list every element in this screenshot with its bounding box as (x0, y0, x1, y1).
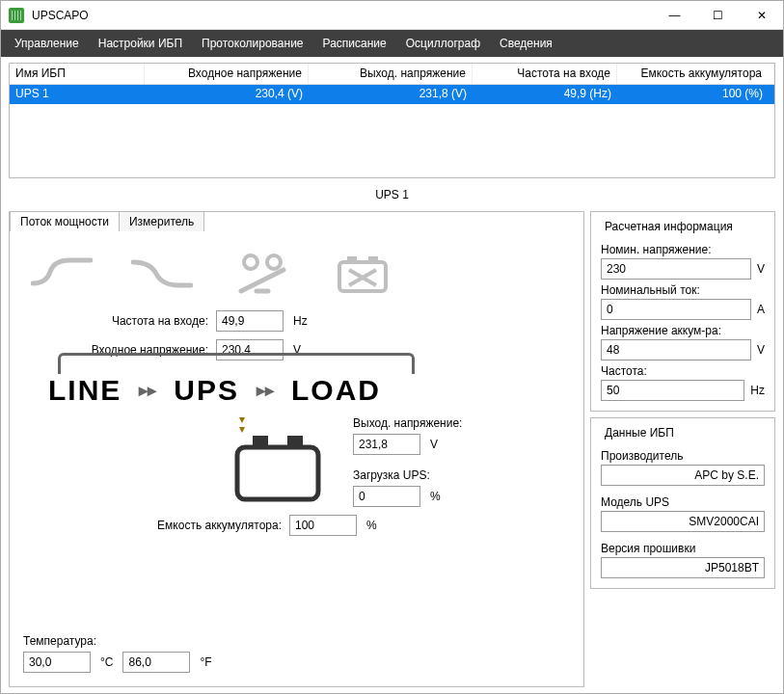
fw-label: Версия прошивки (601, 542, 765, 555)
cell-cap: 100 (%) (617, 85, 774, 104)
cell-vout: 231,8 (V) (309, 85, 473, 104)
arrow-icon: ▸▸ (139, 380, 156, 401)
maximize-button[interactable]: ☐ (696, 1, 740, 29)
wave-falling-icon (131, 251, 193, 297)
load-value[interactable]: 0 (353, 486, 420, 507)
ups-data-group: Данные ИБП Производитель APC by S.E. Мод… (590, 417, 775, 589)
freq-in-unit: Hz (293, 314, 308, 328)
nom-v-unit: V (757, 262, 765, 276)
capacity-value[interactable]: 100 (289, 515, 357, 536)
svg-rect-4 (368, 256, 378, 262)
nom-v-label: Номин. напряжение: (601, 243, 765, 256)
col-name[interactable]: Имя ИБП (10, 64, 145, 84)
temp-c-unit: °C (100, 655, 113, 669)
menu-about[interactable]: Сведения (490, 30, 562, 57)
menu-control[interactable]: Управление (5, 30, 89, 57)
vout-label: Выход. напряжение: (353, 416, 463, 430)
cell-freq: 49,9 (Hz) (473, 85, 617, 104)
details-title: UPS 1 (9, 184, 775, 205)
flow-ups-text: UPS (174, 374, 239, 407)
nom-i-value[interactable]: 0 (601, 299, 751, 320)
col-cap[interactable]: Емкость аккумулятора (617, 64, 774, 84)
overload-icon (231, 251, 293, 297)
app-icon (9, 8, 24, 23)
calc-freq-label: Частота: (601, 364, 765, 378)
ups-grid: Имя ИБП Входное напряжение Выход. напряж… (9, 63, 775, 178)
temp-c-value[interactable]: 30,0 (23, 652, 91, 673)
window-title: UPSCAPO (32, 9, 653, 22)
nom-v-value[interactable]: 230 (601, 258, 751, 280)
arrow-icon: ▸▸ (257, 380, 274, 401)
flow-line-text: LINE (48, 374, 122, 407)
nom-i-unit: A (757, 303, 765, 316)
load-label: Загрузка UPS: (353, 468, 463, 482)
calc-title: Расчетная информация (601, 220, 737, 233)
freq-in-value[interactable]: 49,9 (216, 310, 284, 332)
menubar: Управление Настройки ИБП Протоколировани… (1, 30, 783, 57)
temp-label: Температура: (23, 634, 212, 648)
svg-rect-5 (237, 447, 318, 499)
battery-fault-icon (332, 251, 393, 297)
load-unit: % (430, 490, 441, 503)
ups-data-title: Данные ИБП (601, 426, 678, 440)
titlebar: UPSCAPO — ☐ ✕ (1, 1, 783, 30)
wave-rising-icon (31, 251, 93, 297)
main-panel: Поток мощности Измеритель (9, 211, 584, 687)
bat-v-value[interactable]: 48 (601, 339, 751, 360)
capacity-unit: % (366, 519, 377, 532)
table-row[interactable]: UPS 1 230,4 (V) 231,8 (V) 49,9 (Hz) 100 … (10, 85, 774, 104)
col-freq[interactable]: Частота на входе (473, 64, 617, 84)
temp-f-value[interactable]: 86,0 (122, 652, 190, 673)
freq-in-label: Частота на входе: (62, 314, 216, 328)
menu-oscilloscope[interactable]: Осциллограф (396, 30, 490, 57)
svg-rect-7 (287, 436, 303, 447)
app-window: UPSCAPO — ☐ ✕ Управление Настройки ИБП П… (0, 0, 784, 694)
model-value[interactable]: SMV2000CAI (601, 511, 765, 532)
svg-point-0 (244, 255, 257, 269)
model-label: Модель UPS (601, 495, 765, 509)
temp-f-unit: °F (200, 655, 211, 669)
vout-unit: V (430, 438, 438, 451)
nom-i-label: Номинальный ток: (601, 283, 765, 297)
calc-info-group: Расчетная информация Номин. напряжение: … (590, 211, 775, 412)
maker-value[interactable]: APC by S.E. (601, 465, 765, 486)
cell-name: UPS 1 (10, 85, 145, 104)
close-button[interactable]: ✕ (740, 1, 783, 29)
menu-schedule[interactable]: Расписание (313, 30, 396, 57)
battery-icon (231, 434, 324, 505)
menu-logging[interactable]: Протоколирование (192, 30, 313, 57)
menu-ups-settings[interactable]: Настройки ИБП (89, 30, 192, 57)
capacity-label: Емкость аккумулятора: (116, 519, 289, 532)
bat-v-label: Напряжение аккум-ра: (601, 324, 765, 337)
tab-meter[interactable]: Измеритель (119, 211, 204, 231)
maker-label: Производитель (601, 449, 765, 463)
flow-load-text: LOAD (291, 374, 381, 407)
svg-rect-3 (347, 256, 357, 262)
cell-vin: 230,4 (V) (145, 85, 309, 104)
tab-power-flow[interactable]: Поток мощности (10, 211, 120, 231)
vout-value[interactable]: 231,8 (353, 434, 420, 455)
flow-diagram: LINE ▸▸ UPS ▸▸ LOAD ▾▾ (48, 374, 570, 536)
col-vin[interactable]: Входное напряжение (145, 64, 309, 84)
calc-freq-unit: Hz (750, 384, 765, 397)
svg-rect-6 (253, 436, 268, 447)
fw-value[interactable]: JP5018BT (601, 557, 765, 578)
calc-freq-value[interactable]: 50 (601, 380, 744, 401)
down-arrow-icon: ▾▾ (235, 414, 249, 434)
minimize-button[interactable]: — (653, 1, 696, 29)
col-vout[interactable]: Выход. напряжение (309, 64, 473, 84)
bat-v-unit: V (757, 343, 765, 357)
svg-point-1 (267, 255, 281, 269)
